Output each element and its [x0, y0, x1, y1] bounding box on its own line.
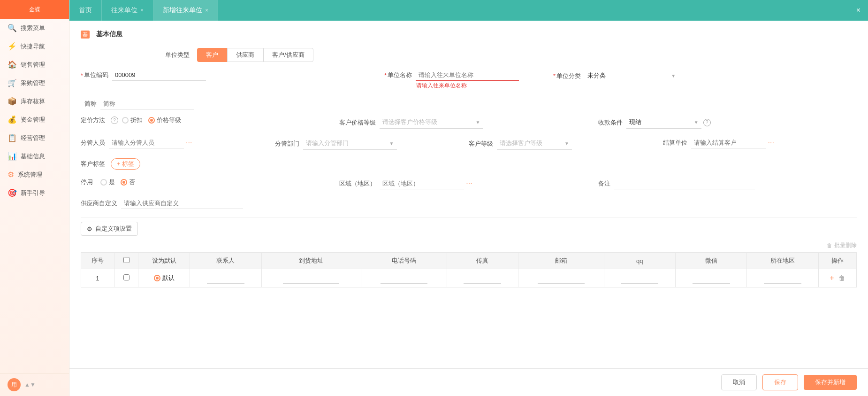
tab-contacts[interactable]: 往来单位 ×	[102, 0, 153, 21]
supplier-custom-input[interactable]	[121, 198, 243, 209]
save-button[interactable]: 保存	[762, 374, 798, 390]
unit-code-input[interactable]	[112, 70, 206, 81]
supervisor-ellipsis[interactable]: ···	[184, 139, 194, 147]
section-icon: 基	[81, 31, 90, 39]
radio-no-circle	[121, 179, 127, 186]
row-email-input[interactable]	[538, 272, 585, 284]
tab-new-contact-close[interactable]: ×	[205, 7, 208, 14]
section-header: 基 基本信息	[81, 30, 857, 39]
sidebar-item-operations[interactable]: 📋 经营管理	[0, 129, 69, 147]
cart-icon: 🛒	[8, 78, 17, 87]
sidebar-item-basicinfo[interactable]: 📊 基础信息	[0, 147, 69, 165]
row-code-name-category: * 单位编码 * 单位名称 请输入往来单位名称 * 单位分类 未分类 ▼	[81, 70, 857, 90]
tab-home[interactable]: 首页	[69, 0, 102, 21]
custom-settings-button[interactable]: ⚙ 自定义项设置	[81, 222, 138, 236]
sidebar: 金蝶 🔍 搜索菜单 ⚡ 快捷导航 🏠 销售管理 🛒 采购管理 📦 库存核算 💰 …	[0, 0, 69, 396]
unit-name-input[interactable]	[416, 70, 519, 81]
sidebar-item-newbie[interactable]: 🎯 新手引导	[0, 184, 69, 202]
sidebar-item-purchase[interactable]: 🛒 采购管理	[0, 74, 69, 92]
pricing-help-icon[interactable]: ?	[111, 116, 118, 124]
dropdown-arrow: ▼	[671, 73, 676, 78]
tab-new-contact[interactable]: 新增往来单位 ×	[153, 0, 218, 21]
home-icon: 🏠	[8, 60, 17, 69]
batch-delete-bar: 🗑 批量删除	[81, 241, 857, 249]
row-qq-input[interactable]	[621, 272, 658, 284]
col-address: 到货地址	[261, 253, 361, 269]
sidebar-item-finance[interactable]: 💰 资金管理	[0, 110, 69, 129]
unit-category-select[interactable]: 未分类 ▼	[585, 70, 678, 82]
remark-group: 备注	[598, 178, 857, 189]
btn-customer[interactable]: 客户	[197, 48, 227, 62]
lightning-icon: ⚡	[8, 42, 17, 51]
department-select[interactable]: 请输入分管部门 ▼	[303, 137, 397, 150]
row-default-radio[interactable]: 默认	[143, 274, 185, 282]
cancel-button[interactable]: 取消	[721, 374, 757, 390]
select-all-checkbox[interactable]	[123, 257, 129, 263]
row-checkbox[interactable]	[123, 274, 129, 280]
payment-terms-group: 收款条件 现结 ▼ ?	[598, 116, 857, 129]
unit-name-label: 单位名称	[388, 71, 412, 79]
btn-supplier[interactable]: 供应商	[227, 48, 263, 62]
money-icon: 💰	[8, 115, 17, 124]
settlement-ellipsis[interactable]: ···	[766, 139, 776, 147]
row-contact-cell	[190, 269, 261, 287]
radio-discount-label: 折扣	[130, 116, 143, 124]
clipboard-icon: 📋	[8, 133, 17, 142]
unit-category-value: 未分类	[587, 71, 606, 80]
col-action: 操作	[818, 253, 857, 269]
sidebar-item-search[interactable]: 🔍 搜索菜单	[0, 19, 69, 37]
sidebar-item-label: 采购管理	[21, 79, 45, 87]
footer-bar: 取消 保存 保存并新增	[69, 368, 868, 396]
dropdown-arrow5: ▼	[564, 141, 569, 146]
unit-code-label: 单位编码	[84, 71, 108, 79]
contacts-table: 序号 设为默认 联系人 到货地址 电话号码 传真 邮箱 qq 微信 所在地区 操…	[81, 252, 857, 287]
supervisor-input[interactable]	[109, 137, 184, 148]
settlement-unit-input[interactable]	[691, 137, 766, 148]
row-add-button[interactable]: +	[830, 274, 834, 282]
alias-input[interactable]	[100, 98, 194, 109]
sidebar-item-quicknav[interactable]: ⚡ 快捷导航	[0, 37, 69, 55]
required-star-cat: *	[553, 72, 556, 79]
customer-price-level-select[interactable]: 请选择客户价格等级 ▼	[380, 116, 483, 129]
radio-price-level[interactable]: 价格等级	[148, 116, 181, 124]
radio-yes[interactable]: 是	[100, 178, 115, 186]
section-title: 基本信息	[96, 30, 122, 39]
radio-discount[interactable]: 折扣	[122, 116, 143, 124]
sidebar-item-sales[interactable]: 🏠 销售管理	[0, 55, 69, 74]
row-supervisor: 分管人员 ··· 分管部门 请输入分管部门 ▼ 客户等级 请选择客户等级 ▼	[81, 137, 857, 150]
form-content: 基 基本信息 单位类型 客户 供应商 客户/供应商 * 单位编码	[69, 21, 868, 368]
row-contact-input[interactable]	[207, 272, 244, 284]
sidebar-item-label: 快捷导航	[21, 42, 45, 51]
region-input[interactable]	[380, 178, 464, 189]
row-region-input[interactable]	[764, 272, 801, 284]
close-all-button[interactable]: ×	[849, 6, 868, 15]
batch-delete-label: 批量删除	[834, 241, 857, 249]
payment-help-icon[interactable]: ?	[703, 119, 711, 126]
add-tag-label: + 标签	[117, 160, 134, 168]
row-fax-input[interactable]	[464, 272, 501, 284]
row-alias: 简称	[81, 98, 857, 109]
sidebar-item-inventory[interactable]: 📦 库存核算	[0, 92, 69, 110]
row-phone-input[interactable]	[381, 272, 427, 284]
sidebar-item-system[interactable]: ⚙ 系统管理	[0, 165, 69, 184]
payment-terms-select[interactable]: 现结 ▼	[626, 116, 701, 129]
region-ellipsis[interactable]: ···	[464, 179, 474, 188]
save-new-button[interactable]: 保存并新增	[804, 375, 857, 390]
col-region: 所在地区	[747, 253, 818, 269]
row-delete-button[interactable]: 🗑	[838, 274, 845, 282]
customer-level-label: 客户等级	[469, 140, 493, 148]
dropdown-arrow2: ▼	[475, 120, 480, 125]
row-address-input[interactable]	[283, 272, 339, 284]
tab-home-label: 首页	[79, 6, 92, 15]
radio-no[interactable]: 否	[121, 178, 135, 186]
row-wechat-input[interactable]	[693, 272, 730, 284]
supplier-custom-label: 供应商自定义	[81, 199, 117, 208]
remark-input[interactable]	[614, 178, 755, 189]
add-tag-button[interactable]: + 标签	[111, 158, 140, 170]
customer-level-select[interactable]: 请选择客户等级 ▼	[497, 137, 572, 150]
btn-both[interactable]: 客户/供应商	[263, 48, 313, 62]
dropdown-arrow3: ▼	[694, 120, 699, 125]
col-wechat: 微信	[675, 253, 746, 269]
tab-contacts-close[interactable]: ×	[140, 7, 144, 14]
row-wechat-cell	[675, 269, 746, 287]
